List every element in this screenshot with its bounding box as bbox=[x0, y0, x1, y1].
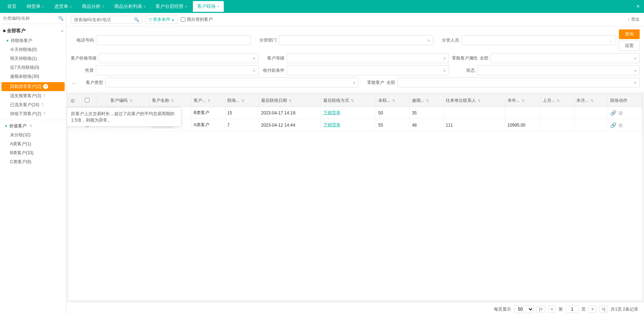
filter-retail-attr-label: 零散客户属性 bbox=[452, 55, 478, 61]
settings-button[interactable]: 设置 bbox=[619, 41, 640, 51]
action-icons-container: 🔗 ⊞ bbox=[610, 110, 640, 116]
table-settings-icon[interactable]: ⚙ bbox=[70, 98, 75, 104]
tab-product-analysis[interactable]: 商品分析 × bbox=[78, 1, 108, 12]
sidebar-item-class-a[interactable]: A类客户(1) bbox=[0, 140, 66, 148]
th-type[interactable]: 客户... ⇅ bbox=[191, 95, 225, 107]
filter-status-select[interactable]: ∨ bbox=[477, 65, 640, 75]
per-page-select[interactable]: 50 100 200 bbox=[514, 305, 534, 313]
sidebar-value-arrow: ▼ bbox=[4, 124, 8, 128]
th-last-contact-method[interactable]: 最后联络方式 ⇅ bbox=[321, 95, 376, 107]
tab-sales-close[interactable]: × bbox=[42, 5, 44, 9]
filter-retail-attr-inline: 全部 bbox=[480, 55, 488, 61]
filter-payment-select[interactable]: ∨ bbox=[287, 65, 449, 75]
sidebar-item-churn-warning[interactable]: 流失预警客户(3) ? bbox=[0, 91, 66, 100]
th-this-year[interactable]: 本年... ⇅ bbox=[505, 95, 540, 107]
row-uncontacted: 50 bbox=[376, 107, 409, 119]
filter-more-button[interactable]: ... bbox=[71, 79, 77, 86]
filter-price-level-select[interactable]: ∨ bbox=[99, 53, 259, 63]
last-method-link[interactable]: 下销货单 bbox=[323, 122, 340, 127]
sidebar-collapse-icon: » bbox=[61, 29, 63, 33]
action-link-icon[interactable]: 🔗 bbox=[610, 122, 616, 128]
th-code[interactable]: 客户编码 ⇅ bbox=[108, 95, 150, 107]
sidebar-item-7days[interactable]: 近7天待联络(0) bbox=[0, 63, 66, 72]
filter-customer-type-select[interactable]: ∨ bbox=[105, 77, 358, 88]
tab-customer-contact-close[interactable]: × bbox=[217, 5, 219, 9]
toolbar-search-input[interactable] bbox=[74, 17, 133, 22]
last-method-link[interactable]: 下销货单 bbox=[323, 110, 340, 115]
row-this-month bbox=[574, 107, 608, 119]
filter-retail-customer-select[interactable]: ∨ bbox=[397, 77, 640, 88]
sort-name-icon: ⇅ bbox=[171, 99, 174, 103]
row-last-method[interactable]: 下销货单 bbox=[321, 119, 376, 131]
filter-person-more[interactable]: ... bbox=[609, 38, 613, 43]
sidebar-item-class-c[interactable]: C类客户(6) bbox=[0, 157, 66, 166]
filter-person-select[interactable]: ... bbox=[461, 35, 616, 45]
sidebar-item-churned[interactable]: 已流失客户(24) ? bbox=[0, 100, 66, 109]
more-conditions-button[interactable]: ▽ 更多条件 ▲ bbox=[145, 15, 178, 24]
more-conditions-label: 更多条件 bbox=[153, 16, 170, 23]
tab-sales[interactable]: 销货单 × bbox=[22, 1, 48, 12]
page-number-input[interactable] bbox=[566, 306, 579, 313]
th-this-month[interactable]: 本月... ⇅ bbox=[574, 95, 608, 107]
th-contact[interactable]: 联络... ⇅ bbox=[225, 95, 259, 107]
filter-customer-level-label: 客户等级 bbox=[261, 55, 284, 61]
action-grid-icon[interactable]: ⊞ bbox=[618, 122, 623, 128]
action-link-icon[interactable]: 🔗 bbox=[610, 110, 616, 116]
th-last-month[interactable]: 上月... ⇅ bbox=[540, 95, 574, 107]
toolbar-search-icon[interactable]: 🔍 bbox=[134, 17, 139, 22]
sidebar-item-declining[interactable]: 持续下滑客户(2) ? bbox=[0, 109, 66, 118]
tab-product-list-close[interactable]: × bbox=[144, 5, 146, 9]
sort-lmonth-icon: ⇅ bbox=[557, 99, 560, 103]
filter-customer-level-select[interactable]: ∨ bbox=[287, 53, 449, 63]
filter-customer-type: 客户类型 ∨ bbox=[80, 77, 358, 88]
tab-customer-tier[interactable]: 客户分层经营 × bbox=[151, 1, 191, 12]
close-all-button[interactable]: × bbox=[636, 3, 640, 10]
action-grid-icon[interactable]: ⊞ bbox=[618, 110, 623, 116]
select-all-checkbox[interactable] bbox=[85, 98, 89, 103]
export-label: 导出 bbox=[631, 16, 640, 23]
sidebar-value-customers[interactable]: ▼ 价值客户 ✎ bbox=[0, 122, 66, 131]
page-next-button[interactable]: > bbox=[589, 306, 596, 313]
my-customers-filter[interactable]: 我分管的客户 bbox=[181, 16, 213, 23]
filter-dept-select[interactable]: ∨ bbox=[279, 35, 434, 45]
sidebar-value-edit-icon[interactable]: ✎ bbox=[29, 124, 33, 128]
tab-customer-contact[interactable]: 客户联络 × bbox=[193, 1, 224, 12]
filter-retail-attr-select[interactable]: ∨ bbox=[491, 53, 640, 63]
page-prev-button[interactable]: < bbox=[548, 306, 556, 313]
tab-purchase-close[interactable]: × bbox=[70, 5, 72, 9]
tab-customer-tier-close[interactable]: × bbox=[185, 5, 187, 9]
sidebar-item-repurchase-abnormal[interactable]: 回购异常客户(2) ? bbox=[1, 82, 65, 91]
filter-gender-select[interactable]: ∨ bbox=[96, 65, 259, 75]
row-last-method[interactable]: 下销货单 bbox=[321, 107, 376, 119]
filter-payment-arrow: ∨ bbox=[443, 69, 446, 72]
page-first-button[interactable]: |< bbox=[537, 306, 545, 313]
tab-product-analysis-close[interactable]: × bbox=[102, 5, 104, 9]
th-checkbox[interactable] bbox=[83, 95, 97, 107]
filter-phone-select[interactable] bbox=[96, 35, 251, 45]
row-this-year: 10995.00 bbox=[505, 119, 540, 131]
sidebar-item-today[interactable]: 今天待联络(0) bbox=[0, 45, 66, 54]
tab-purchase[interactable]: 进货单 × bbox=[50, 1, 76, 12]
sidebar-item-overdue[interactable]: 逾期未联络(30) bbox=[0, 72, 66, 81]
my-customers-checkbox[interactable] bbox=[181, 17, 185, 22]
sidebar-group-pending-title[interactable]: ▼ 待联络客户 bbox=[0, 36, 66, 45]
filter-retail-customer-arrow: ∨ bbox=[634, 81, 636, 85]
page-last-button[interactable]: >| bbox=[599, 306, 608, 313]
th-uncontacted[interactable]: 未联... ⇅ bbox=[376, 95, 409, 107]
th-unit-contact[interactable]: 往来单位联系人 ⇅ bbox=[443, 95, 505, 107]
sidebar-item-tomorrow[interactable]: 明天待联络(1) bbox=[0, 54, 66, 63]
sidebar-search-input[interactable] bbox=[3, 16, 57, 21]
sidebar-search-icon[interactable]: 🔍 bbox=[58, 16, 64, 21]
export-button[interactable]: ↑ 导出 bbox=[627, 16, 640, 23]
query-button[interactable]: 查询 bbox=[619, 29, 640, 39]
th-settings[interactable]: ⚙ bbox=[68, 95, 83, 107]
sidebar-item-unclassified[interactable]: 未分组(32) bbox=[0, 131, 66, 140]
th-overdue[interactable]: 逾期... ⇅ bbox=[409, 95, 443, 107]
tab-home[interactable]: 首页 bbox=[3, 1, 21, 12]
tab-product-list[interactable]: 商品分析列表 × bbox=[110, 1, 150, 12]
th-last-contact-date[interactable]: 最后联络日期 ⇅ bbox=[259, 95, 321, 107]
th-name[interactable]: 客户名称 ⇅ bbox=[150, 95, 191, 107]
sidebar: 🔍 ■ 全部客户 » ▼ 待联络客户 今天待联络(0) 明天待联络(1) 近7天… bbox=[0, 13, 66, 316]
sidebar-item-class-b[interactable]: B类客户(33) bbox=[0, 148, 66, 157]
sidebar-all-customers[interactable]: ■ 全部客户 » bbox=[0, 26, 66, 36]
